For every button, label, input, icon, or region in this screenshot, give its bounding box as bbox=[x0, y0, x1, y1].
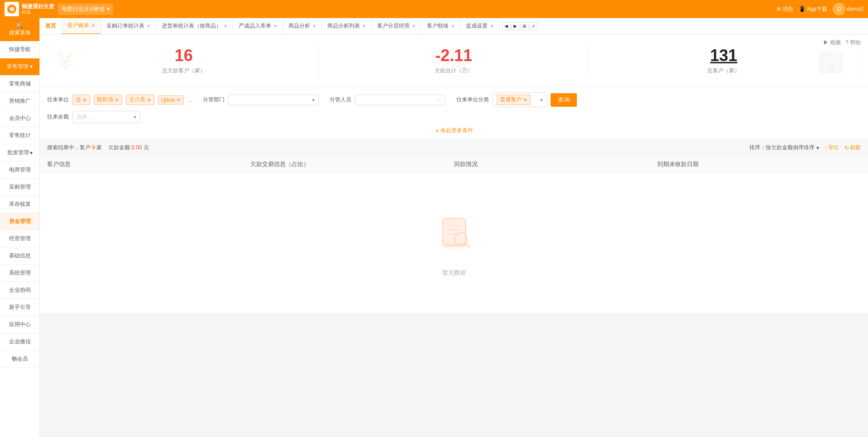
remove-chen-icon[interactable]: ✕ bbox=[115, 97, 119, 103]
tab-close-icon[interactable]: ✕ bbox=[312, 24, 316, 28]
unit-type-selector[interactable]: 普通客户 ✕ ▾ bbox=[493, 92, 547, 107]
chevron-down-icon: ▾ bbox=[312, 97, 315, 103]
query-button[interactable]: 查询 bbox=[551, 93, 577, 107]
remove-wu-icon[interactable]: ✕ bbox=[82, 97, 87, 103]
tab-fullscreen-button[interactable]: ⤢ bbox=[529, 22, 537, 30]
results-summary: 搜索结果中，客户 0 家 欠款金额 0.00 元 bbox=[47, 144, 149, 152]
results-actions: 排序：按欠款金额倒序排序 ▾ ↑ 导出 ↻ 刷新 bbox=[749, 144, 861, 152]
search-result-text: 搜索结果中，客户 0 家 欠款金额 0.00 元 bbox=[47, 144, 149, 152]
sidebar-item-member-center[interactable]: 会员中心 bbox=[0, 110, 39, 127]
col-debt-info: 欠款交易信息（占比） bbox=[250, 160, 454, 168]
export-label: 导出 bbox=[828, 144, 839, 152]
video-label: 视频 bbox=[830, 39, 841, 46]
refresh-button[interactable]: ↻ 刷新 bbox=[844, 144, 861, 152]
tab-inbound-stats-label: 进货单统计表（按商品） bbox=[162, 22, 221, 30]
help-button[interactable]: ? 帮助 bbox=[845, 39, 861, 47]
more-tags-button[interactable]: ... bbox=[187, 97, 192, 103]
tab-close-icon[interactable]: ✕ bbox=[147, 24, 150, 28]
tab-reminder-settings[interactable]: 提成设置 ✕ bbox=[460, 18, 499, 34]
tab-close-icon[interactable]: ✕ bbox=[273, 24, 277, 28]
sidebar-item-new-guide[interactable]: 新手引导 bbox=[0, 299, 39, 316]
tab-prev-button[interactable]: ◀ bbox=[502, 22, 510, 30]
tab-next-button[interactable]: ▶ bbox=[511, 22, 519, 30]
sort-selector[interactable]: 排序：按欠款金额倒序排序 ▾ bbox=[749, 144, 819, 152]
video-help-area: ▶ 视频 ? 帮助 bbox=[823, 39, 861, 47]
sidebar-item-operation-mgmt[interactable]: 经营管理 bbox=[0, 230, 39, 247]
svg-text:畅: 畅 bbox=[10, 6, 14, 12]
sidebar-item-enterprise-collab[interactable]: 企业协同 bbox=[0, 282, 39, 299]
balance-selector[interactable]: 选择... ▾ bbox=[72, 111, 140, 123]
tab-inbound-stats-product[interactable]: 进货单统计表（按商品） ✕ bbox=[156, 18, 233, 34]
phone-icon: 📱 bbox=[799, 6, 806, 12]
remove-unit-type-icon[interactable]: ✕ bbox=[523, 97, 528, 103]
sidebar-item-retail-shop[interactable]: 零售商城 bbox=[0, 76, 39, 93]
sidebar-item-enterprise-wechat[interactable]: 企业微信 bbox=[0, 333, 39, 351]
tab-close-icon[interactable]: ✕ bbox=[91, 23, 95, 28]
logo-text: 畅捷通好生意 bbox=[22, 3, 54, 10]
quick-nav-label: 快捷导航 bbox=[9, 46, 31, 52]
tab-customer-tiered[interactable]: 客户分层经营 ✕ bbox=[372, 18, 422, 34]
sidebar-item-purchase-mgmt[interactable]: 采购管理 bbox=[0, 179, 39, 196]
col-overdue-date: 到期未收款日期 bbox=[657, 160, 861, 168]
sidebar-item-ecommerce-mgmt[interactable]: 电商管理 bbox=[0, 162, 39, 179]
app-download-button[interactable]: 📱 App下载 bbox=[799, 5, 827, 13]
vip-member-label: 畅会员 bbox=[12, 356, 28, 362]
operation-mgmt-label: 经营管理 bbox=[9, 235, 31, 242]
tab-home-label: 首页 bbox=[45, 22, 56, 30]
tab-customer-contact[interactable]: 客户联络 ✕ bbox=[422, 18, 460, 34]
remove-cjttcw-icon[interactable]: ✕ bbox=[176, 97, 181, 103]
sidebar-item-retail-stats[interactable]: 零售统计 bbox=[0, 127, 39, 144]
tab-customer-book[interactable]: 客户账本 ✕ bbox=[62, 18, 101, 34]
tab-close-icon[interactable]: ✕ bbox=[451, 24, 455, 28]
debt-customers-number: 16 bbox=[175, 46, 193, 65]
sidebar-item-retail-mgmt[interactable]: 零售管理 ▾ bbox=[0, 58, 39, 76]
tab-close-icon[interactable]: ✕ bbox=[490, 24, 494, 28]
col-customer-info: 客户信息 bbox=[47, 160, 250, 168]
member-center-label: 会员中心 bbox=[9, 115, 31, 121]
sidebar-item-inventory-check[interactable]: 库存核算 bbox=[0, 196, 39, 213]
sidebar-item-system-mgmt[interactable]: 系统管理 bbox=[0, 265, 39, 282]
stat-debt-total: -2.11 欠款合计（万） bbox=[319, 42, 589, 79]
tab-product-inbound[interactable]: 产成品入库单 ✕ bbox=[233, 18, 283, 34]
collapse-button[interactable]: ∧ 收起更多条件 bbox=[47, 127, 861, 134]
filter-tag-chen[interactable]: 陈民强 ✕ bbox=[94, 95, 122, 105]
tab-expand-button[interactable]: ⊞ bbox=[520, 22, 528, 30]
message-button[interactable]: ✉ 消息 bbox=[777, 5, 793, 13]
unit-type-tag[interactable]: 普通客户 ✕ bbox=[497, 95, 531, 105]
sidebar-item-marketing[interactable]: 营销推广 bbox=[0, 93, 39, 110]
filter-tag-wu[interactable]: 伍 ✕ bbox=[72, 95, 90, 105]
video-button[interactable]: ▶ 视频 bbox=[823, 39, 841, 47]
person-selector[interactable]: ··· bbox=[355, 95, 446, 105]
sidebar-search[interactable]: 🔍 搜索菜单 bbox=[0, 18, 39, 41]
user-avatar-button[interactable]: D demo2 bbox=[833, 3, 863, 15]
tab-goods-analysis[interactable]: 商品分析 ✕ bbox=[283, 18, 322, 34]
sidebar-item-app-center[interactable]: 应用中心 bbox=[0, 316, 39, 333]
collapse-row: ∧ 收起更多条件 bbox=[47, 127, 861, 134]
sidebar-item-wholesale-mgmt[interactable]: 批发管理 ▾ bbox=[0, 144, 39, 162]
tab-home[interactable]: 首页 bbox=[40, 18, 62, 34]
tab-close-icon[interactable]: ✕ bbox=[224, 24, 227, 28]
dept-selector[interactable]: ▾ bbox=[228, 95, 319, 105]
sidebar-item-quick-nav[interactable]: 快捷导航 bbox=[0, 41, 39, 58]
stats-strip: ¥ 16 总欠款客户（家） -2.11 欠款合计（万） 🏢 131 bbox=[40, 34, 868, 87]
filter-tag-cjttcw[interactable]: cjttcw ✕ bbox=[158, 95, 184, 104]
top-bar-right: ✉ 消息 📱 App下载 D demo2 bbox=[777, 3, 863, 15]
sidebar-item-vip-member[interactable]: 畅会员 bbox=[0, 351, 39, 368]
tab-purchase-order-stats[interactable]: 采购订单统计表 ✕ bbox=[101, 18, 156, 34]
stat-debt-customers: ¥ 16 总欠款客户（家） bbox=[49, 42, 319, 79]
filter-tag-wang[interactable]: 王小亮 ✕ bbox=[126, 95, 154, 105]
stat-total-customers: 🏢 131 总客户（家） bbox=[589, 42, 859, 79]
tab-close-icon[interactable]: ✕ bbox=[412, 24, 416, 28]
export-icon: ↑ bbox=[825, 145, 827, 151]
debt-amount: 0.00 bbox=[131, 144, 142, 151]
refresh-icon: ↻ bbox=[844, 145, 849, 151]
message-icon: ✉ bbox=[777, 6, 781, 12]
tab-goods-analysis-list[interactable]: 商品分析列表 ✕ bbox=[322, 18, 372, 34]
sidebar-item-basic-info[interactable]: 基础信息 bbox=[0, 247, 39, 265]
tab-customer-book-label: 客户账本 bbox=[67, 22, 89, 29]
export-button[interactable]: ↑ 导出 bbox=[825, 144, 839, 152]
account-selector[interactable]: 母婴行业演示帐套 ▾ bbox=[58, 4, 113, 15]
sidebar-item-finance-mgmt[interactable]: 资金管理 bbox=[0, 213, 39, 230]
remove-wang-icon[interactable]: ✕ bbox=[147, 97, 151, 103]
tab-close-icon[interactable]: ✕ bbox=[362, 24, 366, 28]
